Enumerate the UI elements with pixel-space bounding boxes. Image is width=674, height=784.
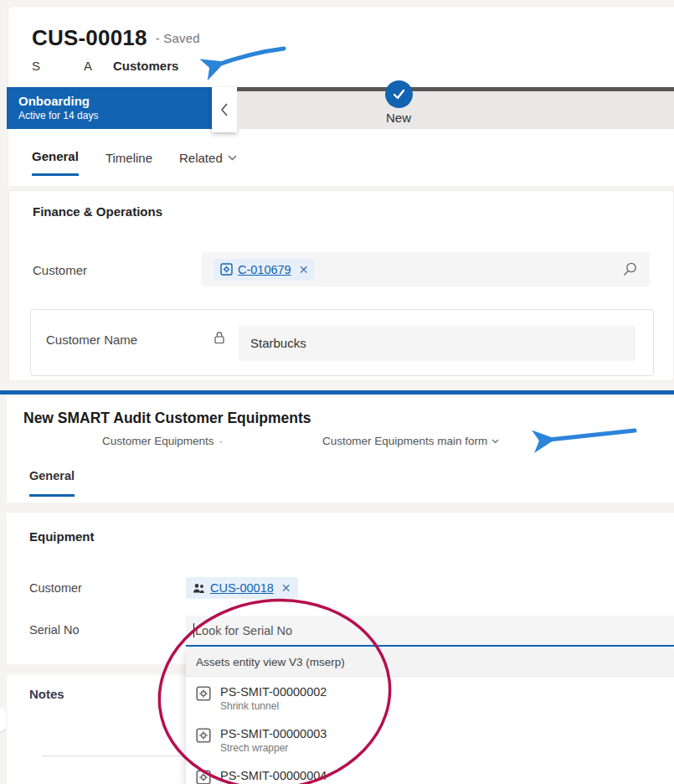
notes-section-title: Notes <box>29 687 64 701</box>
lookup-result-item[interactable]: PS-SMIT-00000002 Shrink tunnel <box>186 677 674 719</box>
asset-id: PS-SMIT-00000004 <box>220 768 327 784</box>
form-tabs: General Timeline Related <box>32 149 237 176</box>
business-process-flow: Onboarding Active for 14 days New <box>7 87 674 129</box>
record-meta-entity: Customers <box>113 59 178 73</box>
serial-no-input[interactable]: Look for Serial No <box>186 616 674 647</box>
equipment-section-title: Equipment <box>29 529 95 544</box>
bpf-active-stage[interactable]: Onboarding Active for 14 days <box>7 87 212 129</box>
quick-create-title: New SMART Audit Customer Equipments <box>23 410 311 427</box>
equipment-customer-field[interactable]: CUS-00018 ✕ <box>186 577 298 599</box>
fno-entity-icon <box>220 263 233 276</box>
record-id: CUS-00018 <box>32 25 147 50</box>
lock-icon <box>214 331 225 344</box>
equipment-customer-label: Customer <box>29 581 82 595</box>
app-canvas: CUS-00018- Saved S A Customers General T… <box>0 0 674 784</box>
bpf-stage-track: New <box>237 87 674 129</box>
asset-entity-icon <box>196 728 211 743</box>
remove-equipment-customer-icon[interactable]: ✕ <box>281 582 291 594</box>
tab-general[interactable]: General <box>32 149 79 176</box>
tab-general-quick-create[interactable]: General <box>29 469 75 497</box>
tab-timeline[interactable]: Timeline <box>105 149 152 176</box>
lookup-view-header[interactable]: Assets entity view V3 (mserp) <box>186 648 674 677</box>
bpf-collapse-button[interactable] <box>212 87 237 132</box>
record-meta-field-2: A <box>84 59 92 73</box>
quick-create-header-card: New SMART Audit Customer Equipments Cust… <box>7 397 674 503</box>
finance-operations-card: Finance & Operations Customer C-010679 ✕ <box>8 190 674 381</box>
people-icon <box>193 583 205 594</box>
customer-name-label: Customer Name <box>46 333 137 347</box>
asset-id: PS-SMIT-00000003 <box>220 726 327 742</box>
finance-section-title: Finance & Operations <box>33 204 162 219</box>
chevron-left-icon <box>220 102 229 117</box>
asset-entity-icon <box>196 770 211 784</box>
equipment-section-card: Equipment Customer CUS-00018 ✕ Serial No <box>7 513 674 664</box>
checkmark-icon <box>392 88 406 101</box>
tab-related-label: Related <box>179 151 223 165</box>
chevron-down-icon <box>491 439 499 444</box>
save-status: - Saved <box>156 31 200 45</box>
lookup-result-item[interactable]: PS-SMIT-00000003 Strech wrapper <box>186 719 674 761</box>
tab-related[interactable]: Related <box>179 149 237 176</box>
bpf-next-stage-label[interactable]: New <box>369 111 428 125</box>
record-title: CUS-00018- Saved <box>32 25 200 51</box>
asset-id: PS-SMIT-00000002 <box>220 684 327 700</box>
customer-field-label: Customer <box>33 263 87 277</box>
text-cursor <box>193 623 194 637</box>
lookup-result-item[interactable]: PS-SMIT-00000004 <box>186 761 674 784</box>
equipment-customer-pill: CUS-00018 ✕ <box>186 577 298 599</box>
scroll-notch <box>0 708 7 731</box>
customer-name-input[interactable]: Starbucks <box>239 326 635 361</box>
serial-lookup-flyout: Assets entity view V3 (mserp) PS-SMIT-00… <box>186 648 674 784</box>
tab-timeline-label: Timeline <box>105 151 152 165</box>
entity-breadcrumb: Customer Equipments· <box>102 435 223 447</box>
asset-name: Shrink tunnel <box>220 700 327 713</box>
search-icon <box>622 261 638 277</box>
record-meta-field-1: S <box>32 59 40 73</box>
lookup-search-button[interactable] <box>622 261 638 277</box>
serial-no-label: Serial No <box>29 623 80 637</box>
form-selector-dropdown[interactable]: Customer Equipments main form <box>322 435 499 447</box>
bpf-stage-duration: Active for 14 days <box>18 109 212 122</box>
remove-customer-icon[interactable]: ✕ <box>299 264 309 276</box>
bpf-stage-check-button[interactable] <box>385 80 413 108</box>
asset-name: Strech wrapper <box>220 742 327 755</box>
equipment-customer-link[interactable]: CUS-00018 <box>210 581 274 595</box>
entity-name-label: Customer Equipments <box>102 435 214 447</box>
section-divider <box>0 390 674 395</box>
serial-no-placeholder: Look for Serial No <box>195 624 292 637</box>
asset-entity-icon <box>196 686 211 701</box>
form-selector-label: Customer Equipments main form <box>322 435 487 447</box>
tab-general-label: General <box>32 149 79 163</box>
customer-lookup-field[interactable]: C-010679 ✕ <box>202 252 650 286</box>
bpf-stage-name: Onboarding <box>18 93 212 109</box>
customer-lookup-pill: C-010679 ✕ <box>214 259 315 281</box>
breadcrumb-separator: · <box>219 435 224 447</box>
chevron-down-icon <box>228 155 237 161</box>
customer-name-card: Customer Name Starbucks <box>30 309 654 376</box>
customer-record-link[interactable]: C-010679 <box>238 263 291 276</box>
